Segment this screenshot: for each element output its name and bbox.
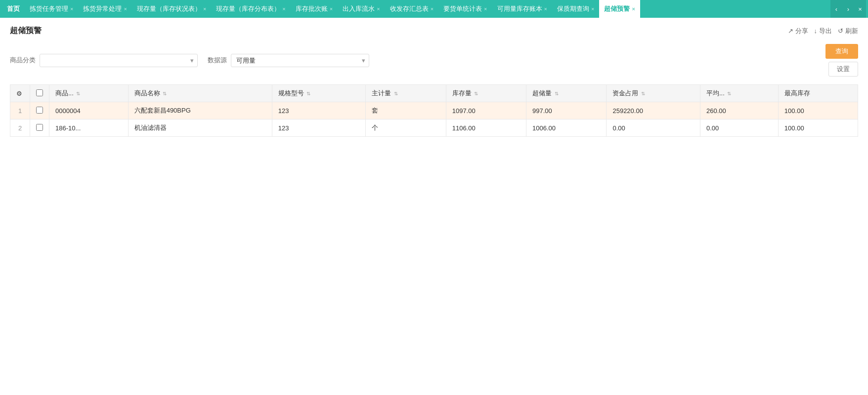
sort-avg-icon: ⇅ [727, 91, 731, 96]
row-product-name: 机油滤清器 [128, 119, 272, 137]
row-product-name: 六配套新昌490BPG [128, 102, 272, 119]
close-batch-account[interactable]: × [330, 6, 333, 12]
close-task-mgmt[interactable]: × [70, 6, 73, 12]
close-overstock-warning[interactable]: × [632, 6, 635, 12]
select-all-checkbox[interactable] [36, 89, 43, 96]
sort-product-name-icon: ⇅ [163, 91, 167, 96]
export-icon: ↓ [814, 27, 818, 35]
col-capital-usage[interactable]: 资金占用 ⇅ [607, 85, 700, 102]
row-num: 1 [10, 102, 30, 119]
close-inout-flow[interactable]: × [377, 6, 380, 12]
data-table: ⚙ 商品... ⇅ 商品名称 ⇅ 规格型号 ⇅ 主计量 [10, 84, 858, 137]
topbar: 首页 拣货任务管理 × 拣货异常处理 × 现存量（库存状况表） × 现存量（库存… [0, 0, 868, 18]
col-overstock[interactable]: 超储量 ⇅ [526, 85, 607, 102]
row-capital-usage: 0.00 [607, 119, 700, 137]
table-header: ⚙ 商品... ⇅ 商品名称 ⇅ 规格型号 ⇅ 主计量 [10, 85, 858, 102]
close-expiry-query[interactable]: × [591, 6, 594, 12]
nav-batch-account[interactable]: 库存批次账 × [291, 0, 338, 18]
sort-stock-icon: ⇅ [474, 91, 478, 96]
row-avg: 260.00 [700, 102, 779, 119]
sort-spec-icon: ⇅ [306, 91, 310, 96]
product-category-select[interactable] [40, 54, 198, 67]
col-settings[interactable]: ⚙ [10, 85, 30, 102]
close-exception[interactable]: × [124, 6, 127, 12]
share-button[interactable]: ↗ 分享 [788, 27, 808, 36]
data-source-select[interactable]: 可用量 [231, 54, 369, 67]
row-spec: 123 [272, 119, 366, 137]
query-button[interactable]: 查询 [825, 44, 858, 59]
refresh-button[interactable]: ↺ 刷新 [838, 27, 858, 36]
header-actions: ↗ 分享 ↓ 导出 ↺ 刷新 [788, 27, 859, 36]
nav-expiry-query[interactable]: 保质期查询 × [552, 0, 599, 18]
nav-task-mgmt[interactable]: 拣货任务管理 × [25, 0, 78, 18]
close-available-ledger[interactable]: × [544, 6, 547, 12]
row-num: 2 [10, 119, 30, 137]
row-product-code: 186-10... [49, 119, 129, 137]
share-label: 分享 [795, 27, 808, 36]
settings-button[interactable]: 设置 [828, 62, 858, 77]
row-stock: 1097.00 [446, 102, 526, 119]
nav-exception[interactable]: 拣货异常处理 × [78, 0, 131, 18]
table-row: 2 186-10... 机油滤清器 123 个 1106.00 1006.00 … [10, 119, 858, 137]
col-product-name[interactable]: 商品名称 ⇅ [128, 85, 272, 102]
row-avg: 0.00 [700, 119, 779, 137]
row-capital-usage: 259220.00 [607, 102, 700, 119]
col-max-stock[interactable]: 最高库存 [778, 85, 858, 102]
col-avg[interactable]: 平均... ⇅ [700, 85, 779, 102]
nav-prev-button[interactable]: ‹ [830, 0, 842, 18]
sort-unit-icon: ⇅ [394, 91, 398, 96]
col-spec[interactable]: 规格型号 ⇅ [272, 85, 366, 102]
row-unit: 套 [366, 102, 446, 119]
product-category-label: 商品分类 [10, 56, 36, 65]
nav-overstock-warning[interactable]: 超储预警 × [599, 0, 640, 18]
row-overstock: 1006.00 [526, 119, 607, 137]
row-overstock: 997.00 [526, 102, 607, 119]
page-header: 超储预警 ↗ 分享 ↓ 导出 ↺ 刷新 [10, 26, 858, 36]
filter-row: 商品分类 数据源 可用量 查询 设置 [10, 44, 858, 77]
nav-arrows: ‹ › × [830, 0, 866, 18]
share-icon: ↗ [788, 27, 793, 35]
table-body: 1 0000004 六配套新昌490BPG 123 套 1097.00 997.… [10, 102, 858, 137]
close-inventory-status[interactable]: × [203, 6, 206, 12]
refresh-icon: ↺ [838, 27, 843, 35]
col-unit[interactable]: 主计量 ⇅ [366, 85, 446, 102]
nav-inventory-dist[interactable]: 现存量（库存分布表） × [211, 0, 290, 18]
close-summary[interactable]: × [431, 6, 434, 12]
col-stock[interactable]: 库存量 ⇅ [446, 85, 526, 102]
page-title: 超储预警 [10, 26, 42, 36]
nav-close-button[interactable]: × [854, 0, 866, 18]
close-order-stats[interactable]: × [484, 6, 487, 12]
row-max-stock: 100.00 [778, 119, 858, 137]
filter-data-source-group: 数据源 可用量 [208, 54, 369, 67]
data-source-select-wrapper: 可用量 [231, 54, 369, 67]
row-checkbox[interactable] [36, 107, 43, 114]
nav-inventory-status[interactable]: 现存量（库存状况表） × [132, 0, 211, 18]
row-checkbox[interactable] [36, 124, 43, 131]
col-product-code[interactable]: 商品... ⇅ [49, 85, 129, 102]
export-button[interactable]: ↓ 导出 [814, 27, 832, 36]
col-checkbox [30, 85, 49, 102]
table-row: 1 0000004 六配套新昌490BPG 123 套 1097.00 997.… [10, 102, 858, 119]
export-label: 导出 [819, 27, 832, 36]
nav-next-button[interactable]: › [842, 0, 854, 18]
nav-inout-flow[interactable]: 出入库流水 × [338, 0, 385, 18]
product-category-select-wrapper [40, 54, 198, 67]
sort-overstock-icon: ⇅ [555, 91, 559, 96]
row-spec: 123 [272, 102, 366, 119]
data-source-label: 数据源 [208, 56, 227, 65]
sort-capital-icon: ⇅ [641, 91, 645, 96]
page-content: 超储预警 ↗ 分享 ↓ 导出 ↺ 刷新 商品分类 [0, 18, 868, 395]
row-unit: 个 [366, 119, 446, 137]
close-inventory-dist[interactable]: × [282, 6, 285, 12]
row-stock: 1106.00 [446, 119, 526, 137]
nav-order-stats[interactable]: 要货单统计表 × [438, 0, 492, 18]
nav-home[interactable]: 首页 [2, 0, 25, 18]
settings-icon: ⚙ [16, 90, 22, 97]
nav-summary[interactable]: 收发存汇总表 × [385, 0, 438, 18]
refresh-label: 刷新 [845, 27, 858, 36]
nav-available-ledger[interactable]: 可用量库存账本 × [492, 0, 552, 18]
row-max-stock: 100.00 [778, 102, 858, 119]
row-checkbox-cell [30, 119, 49, 137]
row-checkbox-cell [30, 102, 49, 119]
sort-product-code-icon: ⇅ [76, 91, 80, 96]
